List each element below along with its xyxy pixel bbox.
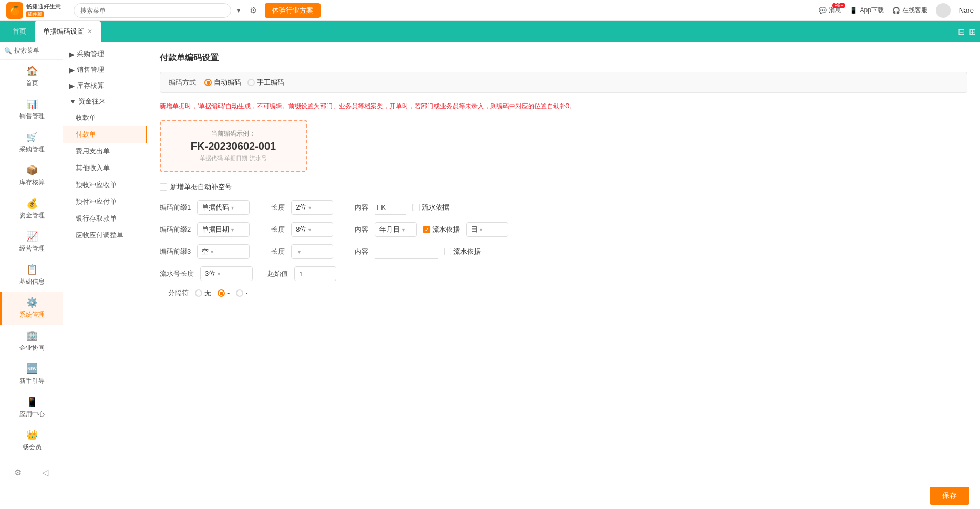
sub-group-finance[interactable]: ▼ 资金往来 — [63, 94, 147, 109]
online-service-button[interactable]: 🎧 在线客服 — [892, 6, 927, 15]
prefix2-serial-period-select[interactable]: 日 ▾ — [466, 222, 508, 237]
tab-home[interactable]: 首页 — [4, 21, 35, 42]
sidebar-item-member[interactable]: 👑 畅会员 — [0, 424, 63, 457]
prefix2-select[interactable]: 单据日期 ▾ — [197, 222, 250, 237]
start-value-input[interactable]: 1 — [294, 266, 336, 281]
enterprise-icon: 🏢 — [26, 330, 38, 341]
prefix1-serial-checkbox[interactable]: 流水依据 — [412, 203, 449, 212]
avatar[interactable] — [936, 3, 951, 18]
sub-group-sales[interactable]: ▶ 销售管理 — [63, 62, 147, 78]
settings-bottom-icon[interactable]: ⚙ — [14, 468, 22, 477]
prefix3-label: 编码前缀3 — [160, 247, 191, 256]
home-icon: 🏠 — [26, 65, 38, 77]
auto-fill-checkbox-row[interactable]: 新增单据自动补空号 — [160, 182, 967, 192]
save-button[interactable]: 保存 — [930, 487, 969, 505]
sidebar-item-sales[interactable]: 📊 销售管理 — [0, 93, 63, 126]
tab-encode-setting[interactable]: 单据编码设置 ✕ — [35, 21, 101, 42]
prefix3-serial-checkbox-box — [444, 248, 451, 255]
system-icon: ⚙️ — [26, 297, 38, 308]
tabbar-expand-icon[interactable]: ⊞ — [969, 27, 976, 37]
prefix3-length-select[interactable]: ▾ — [291, 244, 333, 259]
chevron-down-icon: ▾ — [218, 271, 220, 277]
prefix2-label: 编码前缀2 — [160, 225, 191, 234]
tab-close-icon[interactable]: ✕ — [87, 28, 92, 35]
prefix1-content-label: 内容 — [339, 203, 368, 212]
prefix2-length-label: 长度 — [256, 225, 285, 234]
separator-dash-radio[interactable]: - — [218, 288, 230, 298]
sidebar-item-inventory[interactable]: 📦 库存核算 — [0, 159, 63, 192]
chevron-down-icon: ▾ — [298, 249, 301, 255]
search-area — [74, 3, 231, 18]
separator-none-radio[interactable]: 无 — [195, 288, 211, 298]
prefix2-serial-checkbox[interactable]: ✓ 流水依据 — [423, 225, 460, 234]
separator-row: 分隔符 无 - · — [160, 288, 967, 298]
operation-icon: 📈 — [26, 231, 38, 242]
sidebar-search[interactable]: 🔍 搜索菜单 — [0, 42, 63, 60]
service-icon: 🎧 — [892, 7, 900, 14]
sidebar-item-basic[interactable]: 📋 基础信息 — [0, 258, 63, 292]
guide-icon: 🆕 — [26, 363, 38, 375]
app-download-button[interactable]: 📱 App下载 — [850, 6, 883, 15]
promo-button[interactable]: 体验行业方案 — [265, 3, 321, 18]
sidebar-item-home[interactable]: 🏠 首页 — [0, 60, 63, 93]
prefix3-serial-checkbox[interactable]: 流水依据 — [444, 247, 481, 256]
sub-sidebar: ▶ 采购管理 ▶ 销售管理 ▶ 库存核算 ▼ 资金往来 收款单 付款单 — [63, 42, 147, 482]
sub-group-purchase[interactable]: ▶ 采购管理 — [63, 46, 147, 62]
prefix2-length-select[interactable]: 8位 ▾ — [291, 222, 333, 237]
separator-dot-radio[interactable]: · — [236, 288, 247, 298]
prefix1-select[interactable]: 单据代码 ▾ — [197, 200, 250, 215]
sidebar-item-enterprise[interactable]: 🏢 企业协同 — [0, 325, 63, 358]
sub-item-expense[interactable]: 费用支出单 — [63, 143, 147, 160]
prefix1-row: 编码前缀1 单据代码 ▾ 长度 2位 ▾ 内容 FK 流水依据 — [160, 200, 967, 215]
sub-item-receipt[interactable]: 收款单 — [63, 109, 147, 126]
messages-button[interactable]: 💬 消息 99+ — [819, 6, 841, 15]
sales-icon: 📊 — [26, 98, 38, 110]
prefix1-length-label: 长度 — [256, 203, 285, 212]
sidebar-item-system[interactable]: ⚙️ 系统管理 — [0, 292, 63, 325]
auto-encode-radio-circle — [204, 79, 212, 86]
collapse-sidebar-icon[interactable]: ◁ — [42, 468, 48, 477]
mobile-icon: 📱 — [850, 7, 858, 14]
serial-length-select[interactable]: 3位 ▾ — [200, 266, 253, 281]
sidebar-item-purchase[interactable]: 🛒 采购管理 — [0, 126, 63, 159]
sidebar-item-guide[interactable]: 🆕 新手引导 — [0, 358, 63, 391]
tabbar-collapse-icon[interactable]: ⊟ — [958, 27, 965, 37]
gear-icon[interactable]: ⚙ — [246, 3, 261, 18]
prefix3-content-label: 内容 — [339, 247, 368, 256]
sub-group-inventory[interactable]: ▶ 库存核算 — [63, 78, 147, 94]
dropdown-button[interactable]: ▼ — [235, 7, 242, 14]
manual-encode-radio[interactable]: 手工编码 — [247, 78, 284, 87]
sub-item-other-income[interactable]: 其他收入单 — [63, 160, 147, 176]
sub-item-receivable-adjust[interactable]: 应收应付调整单 — [63, 227, 147, 244]
info-text: 新增单据时，'单据编码'自动生成，不可编辑。前缀设置为部门、业务员等档案类，开单… — [160, 101, 967, 111]
prefix2-content-select[interactable]: 年月日 ▾ — [375, 222, 417, 237]
separator-none-radio-circle — [195, 289, 202, 297]
purchase-icon: 🛒 — [26, 131, 38, 143]
prefix1-length-select[interactable]: 2位 ▾ — [291, 200, 333, 215]
encode-radio-group: 自动编码 手工编码 — [204, 78, 284, 87]
start-value-label: 起始值 — [259, 269, 288, 278]
user-name: Nare — [959, 6, 974, 14]
serial-length-label: 流水号长度 — [160, 269, 194, 278]
sidebar-item-apps[interactable]: 📱 应用中心 — [0, 391, 63, 424]
prefix3-select[interactable]: 空 ▾ — [197, 244, 250, 259]
topbar: 🍊 畅捷通好生意 插件版 ▼ ⚙ 体验行业方案 💬 消息 99+ 📱 App下载… — [0, 0, 980, 21]
message-icon: 💬 — [819, 7, 827, 14]
auto-encode-radio[interactable]: 自动编码 — [204, 78, 241, 87]
prefix1-content-input[interactable]: FK — [375, 200, 406, 215]
search-input[interactable] — [74, 3, 231, 18]
sidebar-item-operation[interactable]: 📈 经营管理 — [0, 225, 63, 258]
separator-dash-radio-circle — [218, 289, 225, 297]
sidebar-item-finance[interactable]: 💰 资金管理 — [0, 192, 63, 225]
sub-item-bank-deposit[interactable]: 银行存取款单 — [63, 210, 147, 227]
prefix1-serial-checkbox-box — [412, 204, 420, 211]
prefix3-content-input[interactable] — [375, 244, 438, 259]
prefix2-row: 编码前缀2 单据日期 ▾ 长度 8位 ▾ 内容 年月日 ▾ ✓ 流水依据 — [160, 222, 967, 237]
separator-dot-radio-circle — [236, 289, 243, 297]
sub-item-payment[interactable]: 付款单 — [63, 126, 147, 143]
chevron-down-icon: ▾ — [231, 227, 234, 233]
sub-item-prepay-receivable[interactable]: 预收冲应收单 — [63, 176, 147, 193]
sub-item-prepay-payable[interactable]: 预付冲应付单 — [63, 193, 147, 210]
sidebar-bottom: ⚙ ◁ — [0, 463, 63, 482]
member-icon: 👑 — [26, 429, 38, 441]
